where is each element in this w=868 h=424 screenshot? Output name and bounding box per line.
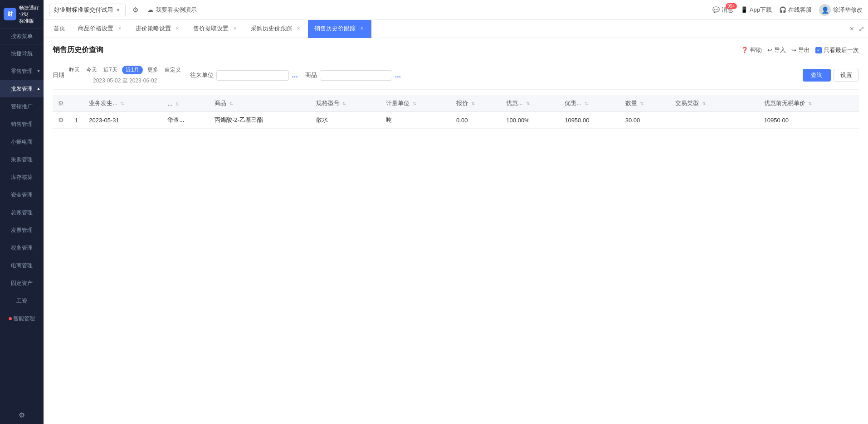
sort-quantity-icon: ⇅	[640, 101, 644, 106]
import-icon: ↩	[767, 47, 772, 53]
col-quantity[interactable]: 数量 ⇅	[620, 95, 670, 112]
col-num	[69, 95, 83, 112]
row-gear-icon[interactable]: ⚙	[58, 116, 64, 124]
sidebar-item-marketing[interactable]: 营销推广	[0, 97, 44, 115]
user-profile[interactable]: 👤 徐泽华修改	[819, 4, 863, 16]
row-business-date-cell: 2023-05-31	[83, 112, 162, 129]
module-dropdown-icon: ▼	[116, 7, 121, 13]
col-unit[interactable]: 计量单位 ⇅	[380, 95, 451, 112]
sort-price-icon: ⇅	[471, 101, 475, 106]
sidebar-item-assets[interactable]: 固定资产	[0, 274, 44, 292]
demo-button[interactable]: ☁ 我要看实例演示	[147, 6, 197, 14]
sidebar-item-inventory[interactable]: 库存核算	[0, 168, 44, 186]
col-trans-type[interactable]: 交易类型 ⇅	[670, 95, 740, 112]
sidebar-item-invoice[interactable]: 发票管理	[0, 221, 44, 239]
logo-icon: 财	[4, 8, 16, 20]
col-pretax-price[interactable]: 优惠前无税单价 ⇅	[759, 95, 859, 112]
module-name: 好业财标准版交付试用	[54, 6, 113, 14]
row-num-cell: 1	[69, 112, 83, 129]
message-button[interactable]: 💬 消息 99+	[712, 6, 733, 14]
date-option-last-month[interactable]: 近1月	[122, 66, 143, 74]
sidebar-item-retail[interactable]: 零售管理 ▼	[0, 62, 44, 80]
col-spec[interactable]: 规格型号 ⇅	[311, 95, 381, 112]
export-button[interactable]: ↪ 导出	[791, 46, 810, 54]
sort-discount2-icon: ⇅	[585, 101, 588, 106]
col-price[interactable]: 报价 ⇅	[451, 95, 501, 112]
sidebar-item-payroll[interactable]: 工资	[0, 292, 44, 309]
date-option-today[interactable]: 今天	[84, 66, 99, 74]
row-trans-type-cell	[670, 112, 740, 129]
col-product[interactable]: 商品 ⇅	[209, 95, 310, 112]
tab-close-sales-history[interactable]: ×	[359, 25, 365, 32]
page-inner: 销售历史价查询 ❓ 帮助 ↩ 导入 ↪ 导出	[44, 38, 868, 424]
table-header-row: ⚙ 业务发生... ⇅ ... ⇅ 商品 ⇅	[53, 95, 859, 112]
sort-product-icon: ⇅	[229, 101, 233, 106]
sidebar-item-ecommerce[interactable]: 电商管理	[0, 256, 44, 274]
tab-sales-history[interactable]: 销售历史价跟踪 ×	[308, 20, 371, 38]
red-dot-icon	[9, 317, 12, 320]
col-spacer	[740, 95, 759, 112]
sort-pretax-price-icon: ⇅	[808, 101, 812, 106]
data-table: ⚙ 业务发生... ⇅ ... ⇅ 商品 ⇅	[53, 95, 859, 129]
customer-dots-button[interactable]: ...	[292, 71, 297, 79]
sort-trans-type-icon: ⇅	[702, 101, 706, 106]
col-business-date[interactable]: 业务发生... ⇅	[83, 95, 162, 112]
module-selector[interactable]: 好业财标准版交付试用 ▼	[49, 4, 126, 16]
page-content: 销售历史价查询 ❓ 帮助 ↩ 导入 ↪ 导出	[44, 38, 868, 424]
query-button[interactable]: 查询	[803, 69, 831, 82]
sidebar-item-wholesale[interactable]: 批发管理 ▲	[0, 80, 44, 97]
date-option-last7[interactable]: 近7天	[102, 66, 119, 74]
tab-close-purchase-strategy[interactable]: ×	[174, 25, 180, 32]
tab-close-price[interactable]: ×	[117, 25, 123, 32]
tabbar-close-button[interactable]: ×	[850, 25, 854, 33]
topbar-settings-button[interactable]: ⚙	[129, 4, 142, 16]
date-option-more[interactable]: 更多	[146, 66, 160, 74]
tab-sale-price[interactable]: 售价提取设置 ×	[187, 20, 244, 38]
col-more[interactable]: ... ⇅	[162, 95, 209, 112]
sidebar-logo: 财 畅捷通好业财 标准版	[0, 0, 44, 29]
sidebar-settings-icon[interactable]: ⚙	[0, 406, 44, 424]
chevron-down-icon: ▼	[36, 68, 41, 73]
tab-price[interactable]: 商品价格设置 ×	[72, 20, 129, 38]
row-discount2-cell: 10950.00	[559, 112, 620, 129]
sidebar-item-smart[interactable]: 智能管理	[0, 309, 44, 327]
help-button[interactable]: ❓ 帮助	[741, 46, 762, 54]
sidebar-item-purchase[interactable]: 采购管理	[0, 150, 44, 168]
filter-settings-button[interactable]: 设置	[834, 69, 859, 82]
tab-close-purchase-history[interactable]: ×	[295, 25, 302, 32]
sidebar-search[interactable]: 搜索菜单	[0, 29, 44, 44]
page-actions: ❓ 帮助 ↩ 导入 ↪ 导出 只看最后一次	[741, 46, 859, 54]
row-more-cols-cell: 华查...	[162, 112, 209, 129]
tabbar-expand-button[interactable]: ⤢	[858, 24, 864, 33]
product-input[interactable]	[320, 70, 392, 81]
sidebar-item-ecommerce-small[interactable]: 小畅电商	[0, 133, 44, 150]
customer-input[interactable]	[216, 70, 289, 81]
only-last-checkbox[interactable]: 只看最后一次	[815, 46, 859, 54]
user-name: 徐泽华修改	[833, 6, 863, 14]
sort-spec-icon: ⇅	[342, 101, 346, 106]
sidebar-item-finance[interactable]: 资金管理	[0, 186, 44, 203]
tab-purchase-history[interactable]: 采购历史价跟踪 ×	[244, 20, 308, 38]
service-button[interactable]: 🎧 在线客服	[779, 6, 812, 14]
app-download-button[interactable]: 📱 App下载	[741, 6, 772, 14]
row-gear-cell[interactable]: ⚙	[53, 112, 69, 129]
date-option-yesterday[interactable]: 昨天	[67, 66, 82, 74]
col-discount1[interactable]: 优惠... ⇅	[501, 95, 559, 112]
app-icon: 📱	[741, 6, 748, 13]
col-discount2[interactable]: 优惠... ⇅	[559, 95, 620, 112]
page-title: 销售历史价查询	[53, 45, 103, 55]
tab-home[interactable]: 首页	[47, 20, 72, 38]
sidebar-item-sales[interactable]: 销售管理	[0, 115, 44, 133]
tab-close-sale-price[interactable]: ×	[232, 25, 238, 32]
product-dots-button[interactable]: ...	[395, 71, 401, 79]
date-option-custom[interactable]: 自定义	[163, 66, 183, 74]
import-button[interactable]: ↩ 导入	[767, 46, 786, 54]
tabbar: 首页 商品价格设置 × 进价策略设置 × 售价提取设置 × 采购历史价跟踪 × …	[44, 20, 868, 38]
table-gear-icon[interactable]: ⚙	[58, 100, 64, 107]
logo-text: 畅捷通好业财 标准版	[19, 5, 40, 24]
sidebar-item-quicknav[interactable]: 快捷导航	[0, 44, 44, 62]
sidebar-item-ledger[interactable]: 总账管理	[0, 203, 44, 221]
tab-purchase-strategy[interactable]: 进价策略设置 ×	[129, 20, 187, 38]
sidebar-item-tax[interactable]: 税务管理	[0, 239, 44, 256]
col-gear: ⚙	[53, 95, 69, 112]
